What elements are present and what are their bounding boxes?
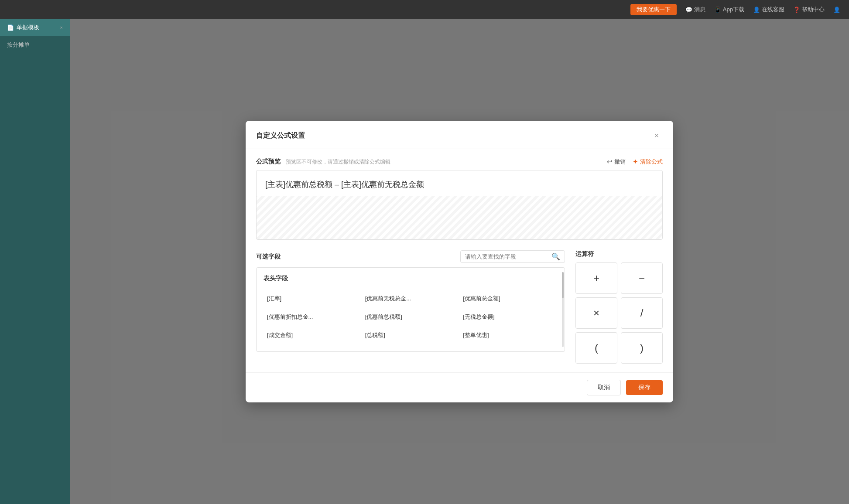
search-icon: 🔍 — [551, 252, 560, 261]
field-item[interactable]: [整单优惠] — [459, 326, 558, 344]
nav-customer-service[interactable]: 👤 在线客服 — [753, 6, 784, 14]
fields-list-inner: 表头字段 [汇率] [优惠前无税总金... [优惠前总金额] [优惠前折扣总金.… — [257, 268, 565, 351]
clear-formula-button[interactable]: ✦ 清除公式 — [633, 158, 663, 166]
customer-service-icon: 👤 — [753, 7, 760, 13]
sidebar-item-split[interactable]: 按分摊单 — [0, 36, 70, 54]
dialog-footer: 取消 保存 — [246, 372, 673, 402]
sidebar: 📄 单据模板 × 按分摊单 — [0, 19, 70, 504]
clear-icon: ✦ — [633, 158, 638, 166]
fields-list-container: 表头字段 [汇率] [优惠前无税总金... [优惠前总金额] [优惠前折扣总金.… — [256, 267, 565, 352]
dialog-body: 公式预览 预览区不可修改，请通过撤销或清除公式编辑 撤销 ✦ 清除公式 — [246, 149, 673, 372]
field-item[interactable]: [优惠前折扣总金... — [264, 308, 362, 326]
formula-preview-section: 公式预览 预览区不可修改，请通过撤销或清除公式编辑 撤销 ✦ 清除公式 — [256, 158, 663, 240]
fields-panel: 可选字段 🔍 表头字段 [汇率] [优惠前无税总金. — [256, 250, 565, 364]
operators-panel: 运算符 + − × / ( ) — [575, 250, 663, 364]
formula-display-area: [主表]优惠前总税额 – [主表]优惠前无税总金额 — [256, 170, 663, 240]
messages-icon: 💬 — [685, 7, 692, 13]
undo-icon — [607, 158, 613, 166]
field-item[interactable]: [优惠前无税总金... — [362, 289, 460, 308]
close-tab-icon[interactable]: × — [60, 25, 63, 30]
dialog-close-button[interactable]: × — [650, 129, 663, 142]
modal-overlay: 自定义公式设置 × 公式预览 预览区不可修改，请通过撤销或清除公式编辑 — [70, 19, 849, 504]
field-item[interactable]: [优惠前总税额] — [362, 308, 460, 326]
operator-minus[interactable]: − — [621, 262, 663, 294]
fields-group-title: 表头字段 — [264, 275, 558, 283]
formula-preview-title-row: 公式预览 预览区不可修改，请通过撤销或清除公式编辑 — [256, 158, 390, 166]
app-download-icon: 📱 — [714, 7, 721, 13]
sidebar-tab-template[interactable]: 📄 单据模板 × — [0, 19, 70, 36]
dialog-title: 自定义公式设置 — [256, 131, 305, 140]
undo-button[interactable]: 撤销 — [607, 158, 626, 166]
operators-grid: + − × / ( ) — [575, 262, 663, 364]
promo-button[interactable]: 我要优惠一下 — [630, 4, 677, 15]
tab-icon: 📄 — [7, 24, 14, 31]
operators-title: 运算符 — [575, 250, 663, 258]
nav-app-download[interactable]: 📱 App下载 — [714, 6, 744, 14]
help-icon: ❓ — [793, 7, 800, 13]
formula-preview-title: 公式预览 — [256, 158, 281, 166]
operator-left-paren[interactable]: ( — [575, 332, 617, 364]
formula-preview-actions: 撤销 ✦ 清除公式 — [607, 158, 663, 166]
formula-preview-header: 公式预览 预览区不可修改，请通过撤销或清除公式编辑 撤销 ✦ 清除公式 — [256, 158, 663, 166]
formula-preview-hint: 预览区不可修改，请通过撤销或清除公式编辑 — [286, 158, 390, 166]
nav-avatar[interactable]: 👤 — [833, 7, 840, 13]
cancel-button[interactable]: 取消 — [587, 380, 621, 395]
operator-plus[interactable]: + — [575, 262, 617, 294]
field-item[interactable]: [无税总金额] — [459, 308, 558, 326]
save-button[interactable]: 保存 — [626, 380, 663, 395]
custom-formula-dialog: 自定义公式设置 × 公式预览 预览区不可修改，请通过撤销或清除公式编辑 — [246, 121, 673, 402]
fields-scrollbar-thumb — [562, 272, 564, 298]
top-nav: 我要优惠一下 💬 消息 📱 App下载 👤 在线客服 ❓ 帮助中心 👤 — [0, 0, 849, 19]
field-item[interactable]: [汇率] — [264, 289, 362, 308]
fields-search-box[interactable]: 🔍 — [460, 250, 565, 263]
dialog-header: 自定义公式设置 × — [246, 121, 673, 149]
fields-search-input[interactable] — [465, 253, 549, 260]
fields-grid: [汇率] [优惠前无税总金... [优惠前总金额] [优惠前折扣总金... [优… — [264, 289, 558, 344]
main-content-row: 可选字段 🔍 表头字段 [汇率] [优惠前无税总金. — [256, 250, 663, 364]
field-item[interactable]: [总税额] — [362, 326, 460, 344]
operator-divide[interactable]: / — [621, 297, 663, 329]
fields-panel-header: 可选字段 🔍 — [256, 250, 565, 263]
nav-help[interactable]: ❓ 帮助中心 — [793, 6, 825, 14]
operator-right-paren[interactable]: ) — [621, 332, 663, 364]
nav-messages[interactable]: 💬 消息 — [685, 6, 705, 14]
formula-text: [主表]优惠前总税额 – [主表]优惠前无税总金额 — [265, 179, 654, 190]
fields-scrollbar[interactable] — [562, 272, 564, 347]
operator-multiply[interactable]: × — [575, 297, 617, 329]
field-item[interactable]: [优惠前总金额] — [459, 289, 558, 308]
main-area: 自定义公式设置 × 公式预览 预览区不可修改，请通过撤销或清除公式编辑 — [70, 19, 849, 504]
field-item[interactable]: [成交金额] — [264, 326, 362, 344]
fields-panel-title: 可选字段 — [256, 253, 281, 261]
